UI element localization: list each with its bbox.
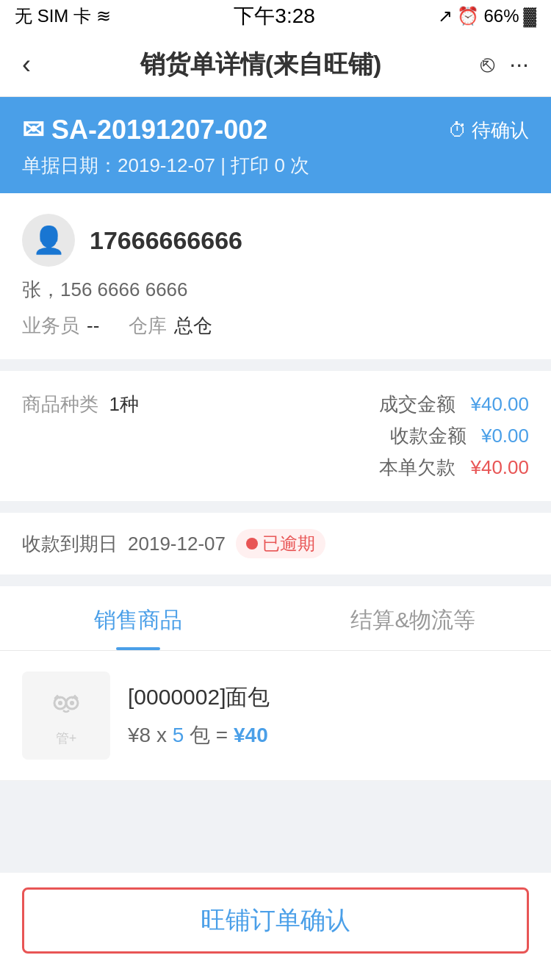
owed-amount-row: 本单欠款 ¥40.00 (379, 455, 529, 480)
email-icon: ✉ (22, 115, 44, 145)
svg-point-2 (58, 701, 62, 705)
received-amount-value: ¥0.00 (481, 425, 529, 447)
order-header-card: ✉ SA-20191207-002 ⏱ 待确认 单据日期：2019-12-07 … (0, 97, 551, 193)
battery-label: 66% (483, 6, 519, 26)
tabs-container: 销售商品 结算&物流等 (0, 586, 551, 651)
alarm-icon: ⏰ (457, 6, 479, 26)
overdue-text: 已逾期 (262, 532, 315, 555)
order-date-line: 单据日期：2019-12-07 | 打印 0 次 (22, 153, 529, 179)
user-icon: 👤 (32, 225, 65, 256)
sim-label: 无 SIM 卡 ≋ (15, 4, 111, 28)
product-total: ¥40 (234, 724, 268, 746)
customer-meta: 业务员 -- 仓库 总仓 (22, 313, 529, 339)
overdue-badge: 已逾期 (236, 529, 325, 558)
product-item: 管+ [0000002]面包 ¥8 x 5 包 = ¥40 (0, 651, 551, 781)
product-name: [0000002]面包 (128, 682, 529, 713)
product-details: [0000002]面包 ¥8 x 5 包 = ¥40 (128, 682, 529, 749)
status-right: ↗ ⏰ 66% ▓ (438, 6, 536, 26)
owed-amount-label: 本单欠款 (379, 455, 455, 480)
share-icon[interactable]: ⎋ (480, 51, 494, 78)
svg-point-3 (70, 701, 74, 705)
product-list: 管+ [0000002]面包 ¥8 x 5 包 = ¥40 (0, 651, 551, 781)
deal-amount-value: ¥40.00 (470, 393, 529, 416)
product-logo-icon (44, 684, 88, 728)
overdue-dot-icon (246, 538, 258, 550)
tab-settlement[interactable]: 结算&物流等 (276, 586, 551, 650)
status-left: 无 SIM 卡 ≋ (15, 4, 111, 28)
product-type-value: 1种 (109, 393, 138, 415)
due-date-label: 收款到期日 (22, 531, 118, 557)
product-type: 商品种类 1种 (22, 392, 139, 417)
salesperson-label: 业务员 (22, 313, 79, 339)
product-price: ¥8 x 5 包 = ¥40 (128, 721, 529, 749)
tabs: 销售商品 结算&物流等 (0, 586, 551, 651)
confirm-order-button[interactable]: 旺铺订单确认 (22, 887, 529, 954)
due-date-value: 2019-12-07 (128, 533, 226, 555)
product-qty: 5 (173, 724, 184, 746)
order-id: ✉ SA-20191207-002 (22, 115, 267, 145)
tab-products[interactable]: 销售商品 (0, 586, 276, 650)
amount-summary: 成交金额 ¥40.00 收款金额 ¥0.00 本单欠款 ¥40.00 (379, 392, 529, 480)
salesperson-value: -- (87, 314, 99, 337)
avatar: 👤 (22, 214, 75, 267)
status-time: 下午3:28 (234, 2, 315, 30)
product-image: 管+ (22, 671, 110, 760)
clock-icon: ⏱ (448, 119, 467, 142)
warehouse-value: 总仓 (174, 313, 212, 339)
received-amount-label: 收款金额 (390, 423, 467, 449)
warehouse-label: 仓库 (129, 313, 167, 339)
order-status: ⏱ 待确认 (448, 118, 529, 143)
deal-amount-label: 成交金额 (379, 392, 455, 417)
location-icon: ↗ (438, 6, 453, 26)
received-amount-row: 收款金额 ¥0.00 (390, 423, 529, 449)
product-logo-text: 管+ (56, 729, 77, 747)
customer-card: 👤 17666666666 张，156 6666 6666 业务员 -- 仓库 … (0, 193, 551, 359)
page-title: 销货单详情(来自旺铺) (66, 48, 455, 82)
due-date-card: 收款到期日 2019-12-07 已逾期 (0, 513, 551, 574)
nav-right-actions: ⎋ ··· (455, 51, 529, 78)
bottom-button-area: 旺铺订单确认 (0, 873, 551, 980)
deal-amount-row: 成交金额 ¥40.00 (379, 392, 529, 417)
customer-phone: 17666666666 (90, 226, 242, 255)
salesperson-item: 业务员 -- (22, 313, 99, 339)
nav-bar: ‹ 销货单详情(来自旺铺) ⎋ ··· (0, 32, 551, 97)
battery-icon: ▓ (524, 6, 537, 26)
summary-card: 商品种类 1种 成交金额 ¥40.00 收款金额 ¥0.00 本单欠款 ¥40.… (0, 371, 551, 501)
customer-contact: 张，156 6666 6666 (22, 277, 529, 303)
more-icon[interactable]: ··· (509, 51, 529, 78)
product-type-label: 商品种类 (22, 393, 98, 415)
owed-amount-value: ¥40.00 (470, 456, 529, 479)
back-button[interactable]: ‹ (22, 49, 66, 80)
status-bar: 无 SIM 卡 ≋ 下午3:28 ↗ ⏰ 66% ▓ (0, 0, 551, 32)
warehouse-item: 仓库 总仓 (129, 313, 212, 339)
